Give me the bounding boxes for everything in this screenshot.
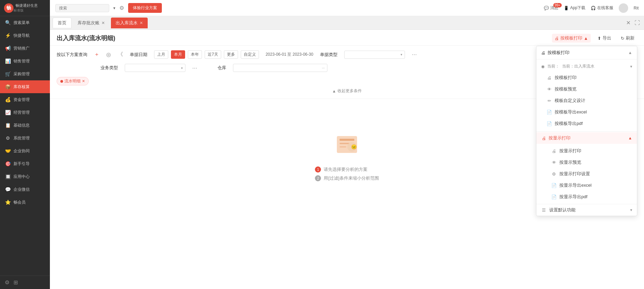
sidebar-item-purchase[interactable]: 🛒 采购管理 (0, 68, 50, 80)
sidebar-item-label-purchase: 采购管理 (13, 71, 30, 77)
voucher-type-more[interactable]: ··· (412, 51, 417, 58)
tab-flow[interactable]: 出入库流水 ✕ (111, 18, 148, 28)
print-template-label: 按模板打印 (560, 35, 582, 41)
refresh-button[interactable]: ↻ 刷新 (618, 34, 637, 43)
message-button[interactable]: 💬 消息 99+ (544, 5, 558, 11)
username[interactable]: Rit (634, 6, 639, 10)
dp-footer[interactable]: ☰ 设置默认功能 ▾ (536, 204, 637, 216)
dp-display-excel[interactable]: 📄 按显示导出excel (536, 180, 637, 191)
logo-text-block: 畅捷通好生意 标准版 (13, 3, 38, 12)
dp-footer-icon: ☰ (541, 207, 547, 213)
sidebar-item-nav[interactable]: ⚡ 快捷导航 (0, 29, 50, 42)
dp-display-pdf[interactable]: 📄 按显示导出pdf (536, 191, 637, 203)
service-button[interactable]: 🎧 在线客服 (591, 5, 613, 11)
filter-settings-button[interactable]: ◎ (106, 51, 111, 58)
sidebar-item-marketing[interactable]: 📢 营销推广 (0, 42, 50, 55)
dp-template-pdf[interactable]: 📄 按模板导出pdf (536, 118, 637, 129)
app-icon: 📱 (564, 6, 569, 10)
sidebar-item-label: 搜索菜单 (13, 20, 30, 26)
dp-current-indicator: ◉ 当前： 当前：出入库流水 ▾ (536, 61, 637, 72)
trial-button[interactable]: 体验行业方案 (128, 3, 162, 13)
search-input[interactable] (55, 4, 109, 12)
sidebar: 畅 畅捷通好生意 标准版 🔍 搜索菜单 ⚡ 快捷导航 📢 营销推广 📊 销售管理… (0, 0, 50, 289)
business-type-more[interactable]: ··· (192, 64, 197, 72)
collapse-label: 收起更多条件 (338, 88, 362, 94)
sidebar-item-label-marketing: 营销推广 (13, 46, 30, 51)
dp-template-preview[interactable]: 👁 按模板预览 (536, 83, 637, 95)
tab-close-all-icon[interactable]: ✕ (625, 18, 632, 27)
collapse-more-button[interactable]: ▲ 收起更多条件 (332, 88, 362, 94)
tab-expand-icon[interactable]: ⛶ (633, 19, 641, 27)
dp-divider (536, 131, 637, 132)
dp-display-preview-icon: 👁 (551, 160, 557, 165)
voucher-type-select[interactable] (344, 51, 405, 59)
date-filter-label: 单据日期 (130, 52, 147, 58)
app-download-button[interactable]: 📱 App下载 (564, 5, 585, 11)
sidebar-item-basic[interactable]: 📋 基础信息 (0, 119, 50, 132)
voucher-type-select-wrapper: ▾ (344, 51, 405, 59)
dp-template-print-label: 按模板打印 (555, 75, 577, 81)
finance-icon: 💰 (5, 97, 11, 103)
dp-display-pdf-icon: 📄 (551, 194, 557, 200)
date-btn-custom[interactable]: 自定义 (241, 50, 259, 59)
sidebar-item-label-finance: 资金管理 (13, 97, 30, 103)
sidebar-item-system[interactable]: ⚙ 系统管理 (0, 132, 50, 144)
business-type-select[interactable] (125, 64, 185, 72)
warehouse-select-wrapper: ··· (233, 64, 327, 72)
dp-display-preview[interactable]: 👁 按显示预览 (536, 157, 637, 168)
collapse-icon[interactable]: ⊞ (13, 279, 18, 286)
dp-header-label: 按模板打印 (548, 50, 569, 56)
tab-batch-close[interactable]: ✕ (101, 21, 105, 25)
dp-template-print[interactable]: 🖨 按模板打印 (536, 72, 637, 83)
sidebar-item-collab[interactable]: 🤝 企业协同 (0, 144, 50, 157)
date-btn-this-month[interactable]: 本月 (171, 50, 185, 59)
warehouse-select[interactable] (233, 64, 327, 72)
sidebar-item-member[interactable]: ⭐ 畅会员 (0, 196, 50, 209)
refresh-icon: ↻ (621, 36, 624, 41)
tag-close-icon[interactable]: ✕ (82, 79, 85, 83)
date-filter: 上月 本月 本年 近7天 更多 自定义 (154, 50, 259, 59)
dp-display-excel-label: 按显示导出excel (559, 182, 591, 188)
dp-display-section-header[interactable]: 🖨 按显示打印 ▲ (536, 132, 637, 144)
sidebar-item-finance[interactable]: 💰 资金管理 (0, 93, 50, 106)
dp-display-print-settings[interactable]: ⚙ 按显示打印设置 (536, 168, 637, 180)
dp-display-section: 🖨 按显示打印 👁 按显示预览 ⚙ 按显示打印设置 📄 (536, 144, 637, 204)
sidebar-item-label-nav: 快捷导航 (13, 33, 30, 38)
tab-batch[interactable]: 库存批次账 ✕ (73, 18, 110, 28)
print-template-button[interactable]: 🖨 按模板打印 ▲ (552, 34, 591, 43)
tag-dot (60, 80, 63, 83)
sidebar-item-guide[interactable]: 🎯 新手引导 (0, 157, 50, 170)
topbar-gear-icon[interactable]: ⚙ (119, 5, 124, 11)
basic-icon: 📋 (5, 122, 11, 128)
sidebar-item-operation[interactable]: 📈 经营管理 (0, 106, 50, 119)
sidebar-item-sales[interactable]: 📊 销售管理 (0, 55, 50, 68)
topbar-dropdown-icon[interactable]: ▾ (113, 6, 115, 10)
export-button[interactable]: ⬆ 导出 (595, 34, 614, 43)
avatar[interactable] (619, 3, 628, 13)
tab-flow-label: 出入库流水 (116, 20, 138, 26)
sidebar-item-search[interactable]: 🔍 搜索菜单 (0, 16, 50, 29)
date-btn-7days[interactable]: 近7天 (205, 50, 221, 59)
date-btn-this-year[interactable]: 本年 (188, 50, 202, 59)
topbar: ▾ ⚙ 体验行业方案 💬 消息 99+ 📱 App下载 🎧 在线客服 Rit (50, 0, 644, 16)
sidebar-item-wechat[interactable]: 💬 企业微信 (0, 183, 50, 196)
filter-scheme-label: 按以下方案查询 (57, 52, 87, 58)
filter-collapse-button[interactable]: 《 (118, 51, 123, 58)
date-btn-last-month[interactable]: 上月 (154, 50, 168, 59)
export-icon: ⬆ (597, 36, 601, 41)
sidebar-item-label-basic: 基础信息 (13, 123, 30, 128)
step-2-text: 用[过滤]条件来缩小分析范围 (324, 175, 379, 181)
filter-tag[interactable]: 流水明细 ✕ (57, 77, 89, 85)
dp-template-excel[interactable]: 📄 按模板导出excel (536, 106, 637, 118)
tab-flow-close[interactable]: ✕ (140, 21, 143, 25)
sidebar-item-inventory[interactable]: 📦 库存核算 (0, 80, 50, 93)
dp-display-print-label: 按显示打印 (559, 148, 581, 154)
date-btn-more[interactable]: 更多 (224, 50, 238, 59)
sidebar-item-apps[interactable]: 🔲 应用中心 (0, 170, 50, 183)
dp-display-print[interactable]: 🖨 按显示打印 (536, 145, 637, 157)
tab-home[interactable]: 首页 (53, 18, 71, 28)
dp-template-custom[interactable]: ✏ 模板自定义设计 (536, 95, 637, 106)
settings-icon[interactable]: ⚙ (5, 279, 9, 286)
filter-add-button[interactable]: ＋ (94, 51, 99, 58)
marketing-icon: 📢 (5, 45, 11, 51)
